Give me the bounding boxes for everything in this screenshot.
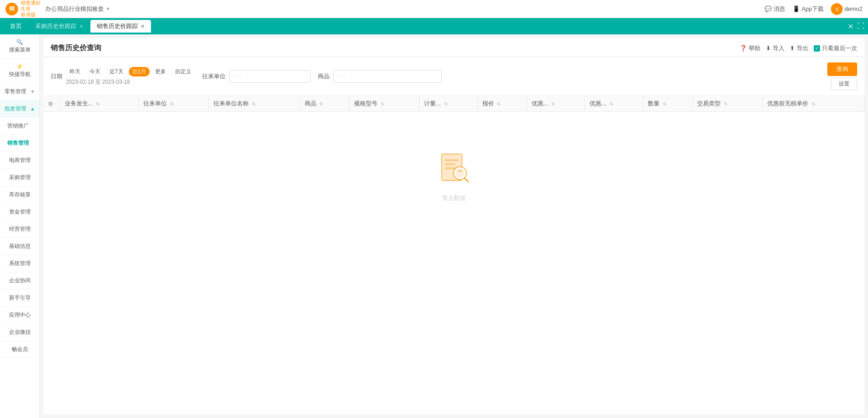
sidebar-item-sys-mgmt[interactable]: 系统管理 <box>0 255 39 272</box>
import-button[interactable]: ⬇ 导入 <box>766 44 784 52</box>
checkbox-icon: ✓ <box>814 45 820 52</box>
partner-input[interactable]: ··· <box>229 70 311 83</box>
logo-area: 销 销售通好生意 标准版 <box>5 0 42 18</box>
date-range-display: 2023-02-18 至 2023-03-18 <box>66 78 195 86</box>
sidebar-item-new-guide[interactable]: 新手引导 <box>0 290 39 307</box>
tab-purchase-history[interactable]: 采购历史价跟踪 ✕ <box>29 20 90 33</box>
tab-home[interactable]: 首页 <box>4 20 28 33</box>
date-btn-more[interactable]: 更多 <box>151 67 170 76</box>
product-input[interactable]: ··· <box>333 70 442 83</box>
logo-icon: 销 <box>5 3 18 15</box>
tab-close-sales[interactable]: ✕ <box>141 24 145 29</box>
export-button[interactable]: ⬆ 导出 <box>790 44 808 52</box>
sidebar-item-member[interactable]: 畅会员 <box>0 341 39 358</box>
top-bar-right: 💬 消息 📱 App下载 d demo2 <box>764 3 863 15</box>
partner-filter-group: 往来单位 ··· <box>202 70 311 83</box>
message-icon: 💬 <box>764 5 772 12</box>
sidebar-item-finance[interactable]: 资金管理 <box>0 204 39 221</box>
sidebar-item-purchase-mgmt[interactable]: 采购管理 <box>0 169 39 186</box>
sidebar-item-sales-mgmt[interactable]: 销售管理 <box>0 135 39 152</box>
th-discount1[interactable]: 优惠... ⇅ <box>527 96 585 112</box>
maximize-icon[interactable]: ⛶ <box>857 22 864 30</box>
th-unit[interactable]: 计量... ⇅ <box>420 96 477 112</box>
help-icon: ❓ <box>740 45 747 52</box>
query-button[interactable]: 查询 <box>827 62 857 76</box>
date-filter-group: 日期 昨天 今天 近7天 近1月 更多 自定义 2023-02-18 至 202… <box>51 67 195 86</box>
sidebar-item-quick-nav[interactable]: ⚡ 快捷导航 <box>0 59 39 83</box>
th-product[interactable]: 商品 ⇅ <box>300 96 349 112</box>
tab-bar: 首页 采购历史价跟踪 ✕ 销售历史价跟踪 ✕ ✕ ⛶ <box>0 18 868 34</box>
sidebar-item-inventory[interactable]: 库存核算 <box>0 186 39 204</box>
date-options: 昨天 今天 近7天 近1月 更多 自定义 <box>66 67 195 76</box>
content-area: 销售历史价查询 ❓ 帮助 ⬇ 导入 ⬆ 导出 ✓ <box>40 34 868 418</box>
table-header: ⚙ 业务发生... ⇅ 往来单位 ⇅ 往来单位名称 <box>43 96 864 112</box>
sidebar-item-operations[interactable]: 经营管理 <box>0 221 39 238</box>
th-pretax-price[interactable]: 优惠前无税单价 ⇅ <box>763 96 864 112</box>
sort-arrows-quote: ⇅ <box>497 101 500 106</box>
th-partner-name[interactable]: 往来单位名称 ⇅ <box>209 96 300 112</box>
avatar: d <box>831 3 843 15</box>
sidebar-item-search-menu[interactable]: 🔍 搜索菜单 <box>0 34 39 59</box>
close-tab-icon[interactable]: ✕ <box>848 22 854 31</box>
sidebar-item-retail-mgmt[interactable]: 零售管理 ▼ <box>0 83 39 100</box>
date-btn-custom[interactable]: 自定义 <box>171 67 195 76</box>
th-spec[interactable]: 规格型号 ⇅ <box>349 96 420 112</box>
tab-close-purchase[interactable]: ✕ <box>79 24 83 29</box>
date-btn-yesterday[interactable]: 昨天 <box>66 67 84 76</box>
sidebar-item-enterprise[interactable]: 企业协同 <box>0 272 39 290</box>
only-last-checkbox[interactable]: ✓ 只看最后一次 <box>814 44 857 52</box>
sort-arrows-partner-name: ⇅ <box>252 101 255 106</box>
product-dots: ··· <box>337 72 347 81</box>
filter-bar: 日期 昨天 今天 近7天 近1月 更多 自定义 2023-02-18 至 202… <box>43 57 864 96</box>
th-quantity[interactable]: 数量 ⇅ <box>643 96 692 112</box>
tab-sales-history[interactable]: 销售历史价跟踪 ✕ <box>90 20 151 33</box>
message-button[interactable]: 💬 消息 <box>764 5 785 13</box>
chevron-up-icon: ▲ <box>30 106 35 111</box>
page-header: 销售历史价查询 ❓ 帮助 ⬇ 导入 ⬆ 导出 ✓ <box>43 38 864 57</box>
help-button[interactable]: ❓ 帮助 <box>740 44 760 52</box>
th-gear: ⚙ <box>43 96 60 112</box>
sort-arrows-unit: ⇅ <box>444 101 448 106</box>
import-icon: ⬇ <box>766 45 771 52</box>
sidebar-item-wholesale-mgmt[interactable]: 批发管理 ▲ <box>0 100 39 118</box>
app-download-button[interactable]: 📱 App下载 <box>793 5 824 13</box>
sort-arrows-trade-type: ⇅ <box>724 101 727 106</box>
th-biz-date[interactable]: 业务发生... ⇅ <box>60 96 139 112</box>
sidebar-item-enterprise-wechat[interactable]: 企业微信 <box>0 324 39 341</box>
svg-line-6 <box>464 178 468 182</box>
logo-text: 销售通好生意 标准版 <box>21 0 42 18</box>
th-discount2[interactable]: 优惠... ⇅ <box>585 96 643 112</box>
empty-state: 暂元数据 <box>43 112 864 238</box>
table-container: ⚙ 业务发生... ⇅ 往来单位 ⇅ 往来单位名称 <box>43 96 864 414</box>
partner-dots: ··· <box>233 72 243 81</box>
sort-arrows-partner-code: ⇅ <box>170 101 174 106</box>
date-btn-7days[interactable]: 近7天 <box>106 67 127 76</box>
date-btn-today[interactable]: 今天 <box>86 67 104 76</box>
sort-arrows-spec: ⇅ <box>381 101 384 106</box>
empty-illustration <box>434 148 474 189</box>
date-options-col: 昨天 今天 近7天 近1月 更多 自定义 2023-02-18 至 2023-0… <box>66 67 195 86</box>
tab-actions: ✕ ⛶ <box>848 22 864 31</box>
gear-settings-icon[interactable]: ⚙ <box>48 100 53 107</box>
filter-right-actions: 查询 设置 <box>827 62 857 90</box>
sidebar-item-ecom-mgmt[interactable]: 电商管理 <box>0 152 39 169</box>
date-btn-1month[interactable]: 近1月 <box>129 67 150 76</box>
sort-arrows-discount1: ⇅ <box>551 101 555 106</box>
empty-text: 暂元数据 <box>442 194 466 202</box>
th-trade-type[interactable]: 交易类型 ⇅ <box>693 96 763 112</box>
setting-button[interactable]: 设置 <box>831 78 857 90</box>
page-container: 销售历史价查询 ❓ 帮助 ⬇ 导入 ⬆ 导出 ✓ <box>43 38 864 414</box>
sidebar-item-marketing[interactable]: 营销推广 <box>0 118 39 135</box>
nav-icon: ⚡ <box>16 63 23 70</box>
sidebar: 🔍 搜索菜单 ⚡ 快捷导航 零售管理 ▼ 批发管理 ▲ 营销推广 销售管理 电商… <box>0 34 40 418</box>
user-profile[interactable]: d demo2 <box>831 3 863 15</box>
sidebar-item-basic-info[interactable]: 基础信息 <box>0 238 39 255</box>
svg-rect-2 <box>445 163 455 165</box>
export-icon: ⬆ <box>790 45 795 52</box>
sort-arrows-discount2: ⇅ <box>609 101 613 106</box>
page-title: 销售历史价查询 <box>51 43 101 53</box>
workspace-selector[interactable]: 办公用品行业模拟账套 ▼ <box>45 5 110 13</box>
sidebar-item-app-center[interactable]: 应用中心 <box>0 307 39 324</box>
th-quote[interactable]: 报价 ⇅ <box>477 96 527 112</box>
th-partner-code[interactable]: 往来单位 ⇅ <box>139 96 209 112</box>
